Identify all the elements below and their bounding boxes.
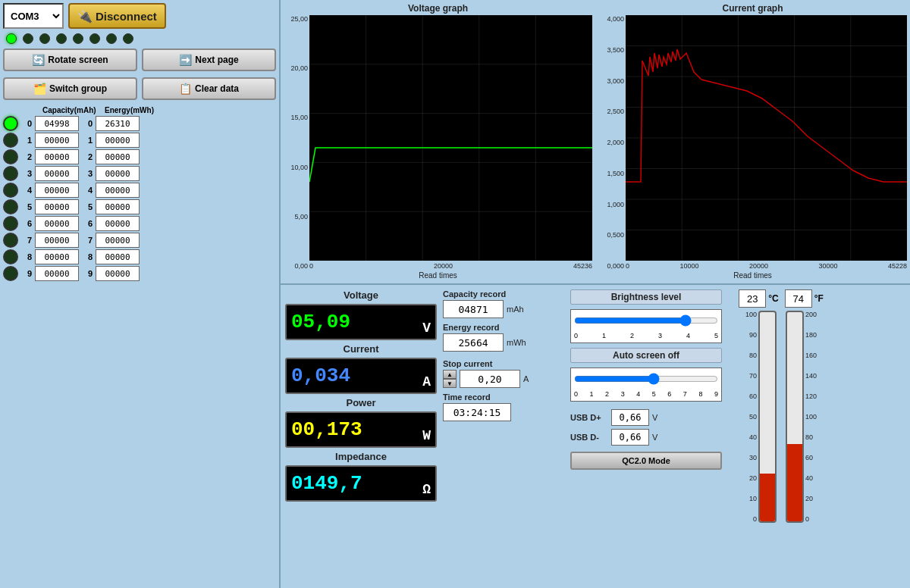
auto-screen-ticks: 0 1 2 3 4 5 6 7 8 9 xyxy=(574,390,718,398)
qc-mode-button[interactable]: QC2.0 Mode xyxy=(570,452,722,470)
cap-input-6[interactable] xyxy=(35,216,79,231)
energy-record-input[interactable] xyxy=(443,333,504,352)
row-indicator-4 xyxy=(3,183,18,198)
disconnect-button[interactable]: 🔌 Disconnect xyxy=(68,3,166,29)
stop-current-input[interactable] xyxy=(460,370,520,388)
brightness-level-label: Brightness level xyxy=(570,289,722,305)
usb-dminus-label: USB D- xyxy=(570,433,608,442)
row-num-1: 1 xyxy=(21,136,32,145)
cap-input-5[interactable] xyxy=(35,199,79,214)
capacity-row-3: 3 3 xyxy=(3,166,276,181)
com-port-select[interactable]: COM3 xyxy=(3,3,64,29)
current-graph-container: Current graph 4,000 3,500 3,000 2,500 2,… xyxy=(595,0,910,283)
row-indicator-1 xyxy=(3,133,18,148)
impedance-display: 0149,7 Ω xyxy=(285,465,437,502)
celsius-display-group: 23 °C xyxy=(739,289,778,308)
row-indicator-3 xyxy=(3,166,18,181)
stop-current-unit: A xyxy=(523,374,529,383)
auto-screen-off-label: Auto screen off xyxy=(570,348,722,363)
row-num-9: 9 xyxy=(21,269,32,278)
current-unit: A xyxy=(422,374,431,389)
fahrenheit-thermometer: 200 180 160 140 120 100 80 60 40 20 0 xyxy=(786,311,817,523)
current-graph-svg xyxy=(626,15,907,261)
cap-input-8[interactable] xyxy=(35,249,79,264)
status-dot-0 xyxy=(6,33,17,44)
fahrenheit-value-box: 74 xyxy=(785,289,812,308)
status-dot-1 xyxy=(23,33,33,44)
row-indicator-8 xyxy=(3,249,18,264)
row-ecap-0: 0 xyxy=(82,119,93,128)
cap-input-1[interactable] xyxy=(35,133,79,148)
energy-input-7[interactable] xyxy=(96,233,140,248)
status-dot-4 xyxy=(73,33,83,44)
capacity-table-header: Capacity(mAh) Energy(mWh) xyxy=(3,106,276,114)
voltage-meas-label: Voltage xyxy=(285,289,437,301)
stop-current-up[interactable]: ▲ xyxy=(443,370,457,379)
stop-current-down[interactable]: ▼ xyxy=(443,379,457,388)
cap-input-4[interactable] xyxy=(35,183,79,198)
voltage-display: 05,09 V xyxy=(285,304,437,340)
time-record-input[interactable] xyxy=(443,403,511,421)
energy-input-5[interactable] xyxy=(96,199,140,214)
energy-input-2[interactable] xyxy=(96,149,140,164)
capacity-record-input[interactable] xyxy=(443,300,504,318)
power-unit: W xyxy=(422,428,431,443)
next-page-button[interactable]: ➡️ Next page xyxy=(142,48,276,71)
switch-group-button[interactable]: 🗂️ Switch group xyxy=(3,77,137,100)
current-xlabel: Read times xyxy=(733,271,772,280)
usb-dminus-input[interactable] xyxy=(611,429,649,446)
energy-input-4[interactable] xyxy=(96,183,140,198)
energy-input-1[interactable] xyxy=(96,133,140,148)
energy-input-0[interactable] xyxy=(96,116,140,131)
row-indicator-6 xyxy=(3,216,18,231)
usb-dplus-input[interactable] xyxy=(611,409,649,426)
row-ecap-5: 5 xyxy=(82,202,93,211)
bottom-panel: Voltage 05,09 V Current 0,034 A Power 00… xyxy=(281,285,910,588)
row-indicator-9 xyxy=(3,266,18,281)
cap-input-0[interactable] xyxy=(35,116,79,131)
celsius-value: 23 xyxy=(747,293,758,305)
status-dot-2 xyxy=(39,33,50,44)
current-xaxis: 0 10000 20000 30000 45228 xyxy=(626,262,907,270)
disconnect-label: Disconnect xyxy=(96,10,157,23)
voltage-graph-svg xyxy=(309,15,592,261)
usb-dminus-unit: V xyxy=(652,433,657,442)
current-yaxis: 4,000 3,500 3,000 2,500 2,000 1,500 1,00… xyxy=(598,15,626,270)
row-num-3: 3 xyxy=(21,169,32,178)
status-dot-5 xyxy=(89,33,100,44)
voltage-graph-labels: Read times xyxy=(284,270,592,280)
capacity-record-unit: mAh xyxy=(507,305,524,314)
row-ecap-9: 9 xyxy=(82,269,93,278)
switch-group-label: Switch group xyxy=(49,83,107,94)
clear-data-button[interactable]: 📋 Clear data xyxy=(142,77,276,100)
current-graph-title: Current graph xyxy=(722,3,783,14)
brightness-slider[interactable] xyxy=(574,313,718,328)
energy-input-8[interactable] xyxy=(96,249,140,264)
fahrenheit-unit: °F xyxy=(814,293,824,304)
cap-input-2[interactable] xyxy=(35,149,79,164)
capacity-row-7: 7 7 xyxy=(3,233,276,248)
cap-input-3[interactable] xyxy=(35,166,79,181)
row-ecap-6: 6 xyxy=(82,219,93,228)
usb-dplus-label: USB D+ xyxy=(570,413,608,422)
current-value: 0,034 xyxy=(291,364,350,387)
capacity-record-label: Capacity record xyxy=(443,289,564,299)
row-ecap-8: 8 xyxy=(82,252,93,261)
rotate-screen-button[interactable]: 🔄 Rotate screen xyxy=(3,48,137,71)
current-display: 0,034 A xyxy=(285,358,437,394)
fahrenheit-scale: 200 180 160 140 120 100 80 60 40 20 0 xyxy=(804,311,817,523)
energy-input-6[interactable] xyxy=(96,216,140,231)
impedance-unit: Ω xyxy=(422,482,431,497)
auto-screen-slider[interactable] xyxy=(574,371,718,386)
celsius-scale: 100 90 80 70 60 50 40 30 20 10 0 xyxy=(745,311,758,523)
energy-input-3[interactable] xyxy=(96,166,140,181)
status-dot-3 xyxy=(56,33,67,44)
cap-input-9[interactable] xyxy=(35,266,79,281)
thermometers-row: 100 90 80 70 60 50 40 30 20 10 0 xyxy=(745,311,817,523)
stop-current-controls: ▲ ▼ A xyxy=(443,370,564,388)
voltage-value: 05,09 xyxy=(291,311,350,333)
energy-record-row: mWh xyxy=(443,333,564,352)
cap-input-7[interactable] xyxy=(35,233,79,248)
energy-input-9[interactable] xyxy=(96,266,140,281)
impedance-value: 0149,7 xyxy=(291,472,362,495)
